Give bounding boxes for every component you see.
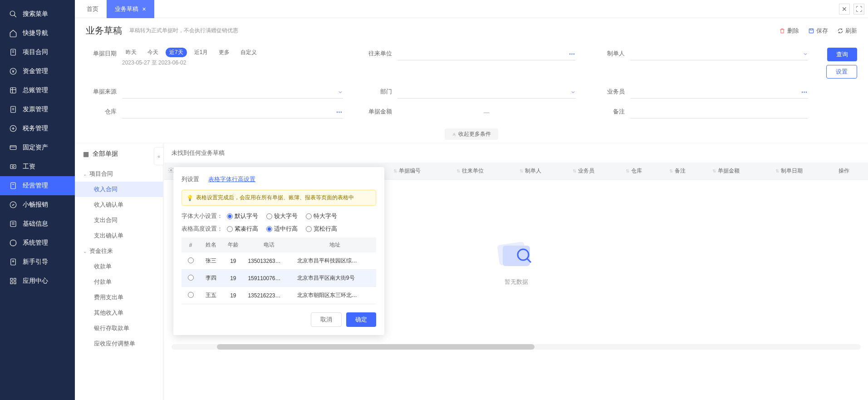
tree-leaf[interactable]: 支出确认单 <box>75 228 163 243</box>
sidebar-item-2[interactable]: ¥资金管理 <box>0 62 75 81</box>
settings-button[interactable]: 设置 <box>826 65 857 79</box>
column-header[interactable]: ⇅单据编号 <box>390 163 453 180</box>
horizontal-scrollbar[interactable] <box>172 344 861 350</box>
tree-group-0[interactable]: ⌄项目合同 <box>75 166 163 182</box>
column-header[interactable]: ⇅业务员 <box>569 163 622 180</box>
sample-row-radio[interactable] <box>188 257 194 263</box>
tab-0[interactable]: 首页 <box>78 0 107 18</box>
collapse-left-panel[interactable]: « <box>154 147 164 165</box>
sidebar-item-12[interactable]: 新手引导 <box>0 252 75 272</box>
ledger-icon <box>9 86 17 94</box>
column-header[interactable]: ⇅制单日期 <box>772 163 835 180</box>
date-option[interactable]: 昨天 <box>122 48 140 57</box>
sample-row: 张三1913501326​3…北京市昌平科技园区综… <box>181 252 376 270</box>
svg-point-0 <box>10 11 15 16</box>
sample-header: 年龄 <box>222 237 244 252</box>
tree-leaf[interactable]: 支出合同 <box>75 212 163 228</box>
tree-leaf[interactable]: 其他收入单 <box>75 305 163 321</box>
sidebar-item-1[interactable]: 项目合同 <box>0 43 75 62</box>
sidebar-item-label: 发票管理 <box>23 105 48 114</box>
column-header[interactable]: ⇅备注 <box>666 163 709 180</box>
date-option[interactable]: 更多 <box>215 48 233 57</box>
column-header[interactable]: ⇅仓库 <box>622 163 665 180</box>
sidebar-item-6[interactable]: 固定资产 <box>0 138 75 157</box>
page-subtitle: 草稿转为正式单据时，不会执行满赠促销优惠 <box>129 27 238 35</box>
sort-icon: ⇅ <box>573 168 576 173</box>
font-radio[interactable]: 默认字号 <box>227 212 258 220</box>
chevron-up-icon <box>452 132 456 137</box>
source-select[interactable] <box>122 86 343 99</box>
result-message: 未找到任何业务草稿 <box>164 143 868 163</box>
more-icon: ⋯ <box>801 89 808 95</box>
sidebar-item-label: 小畅报销 <box>23 201 48 209</box>
sidebar-item-7[interactable]: 工资 <box>0 157 75 176</box>
svg-rect-29 <box>10 282 13 284</box>
tree-leaf[interactable]: 应收应付调整单 <box>75 336 163 351</box>
sidebar-item-13[interactable]: 应用中心 <box>0 272 75 291</box>
warehouse-select[interactable]: ⋯ <box>122 106 343 119</box>
close-icon[interactable]: ✕ <box>142 6 146 12</box>
table-settings-popup: 列设置 表格字体行高设置 💡 表格设置完成后，会应用在所有单据、账簿、报表等页面… <box>173 167 384 335</box>
tree-leaf[interactable]: 付款单 <box>75 274 163 290</box>
source-label: 单据来源 <box>86 86 122 96</box>
salary-icon <box>9 163 17 171</box>
maker-label: 制单人 <box>594 48 630 58</box>
sidebar-item-5[interactable]: 税务管理 <box>0 119 75 138</box>
rowheight-radio[interactable]: 紧凑行高 <box>227 225 258 233</box>
partner-select[interactable]: ⋯ <box>397 48 576 60</box>
font-radio[interactable]: 较大字号 <box>266 212 298 220</box>
chevron-down-icon <box>338 89 343 95</box>
clerk-select[interactable]: ⋯ <box>630 86 809 99</box>
column-header[interactable]: 操作 <box>835 163 868 180</box>
sidebar-item-8[interactable]: 经营管理 <box>0 176 75 195</box>
date-option[interactable]: 自定义 <box>237 48 260 57</box>
sort-icon: ⇅ <box>456 168 460 173</box>
column-header[interactable]: ⇅单据金额 <box>709 163 772 180</box>
sidebar-item-0[interactable]: 快捷导航 <box>0 24 75 43</box>
popup-tab-columns[interactable]: 列设置 <box>181 175 199 183</box>
dept-select[interactable] <box>397 86 576 99</box>
sample-row-radio[interactable] <box>188 275 194 281</box>
asset-icon <box>9 143 17 152</box>
cancel-button[interactable]: 取消 <box>311 312 342 327</box>
search-menu[interactable]: 搜索菜单 <box>0 5 75 24</box>
sample-row-radio[interactable] <box>188 292 194 298</box>
sidebar-item-4[interactable]: 发票管理 <box>0 100 75 119</box>
date-option[interactable]: 近1月 <box>191 48 212 57</box>
date-option[interactable]: 近7天 <box>166 48 187 57</box>
tree-leaf[interactable]: 收入合同 <box>75 182 163 197</box>
query-button[interactable]: 查询 <box>827 48 857 61</box>
dept-label: 部门 <box>361 86 397 96</box>
tree-leaf[interactable]: 银行存取款单 <box>75 321 163 336</box>
sidebar-item-9[interactable]: 小畅报销 <box>0 195 75 214</box>
refresh-action[interactable]: 刷新 <box>837 27 857 35</box>
rowheight-radio[interactable]: 宽松行高 <box>306 225 337 233</box>
amount-input[interactable]: — <box>397 106 576 119</box>
remark-input[interactable] <box>630 106 809 119</box>
date-option[interactable]: 今天 <box>144 48 162 57</box>
tree-leaf[interactable]: 收款单 <box>75 259 163 274</box>
sidebar-item-11[interactable]: 系统管理 <box>0 233 75 252</box>
rowheight-radio[interactable]: 适中行高 <box>266 225 298 233</box>
collapse-filters[interactable]: 收起更多条件 <box>445 128 498 140</box>
tree-leaf[interactable]: 费用支出单 <box>75 290 163 305</box>
tab-1[interactable]: 业务草稿✕ <box>107 0 154 18</box>
sidebar-item-10[interactable]: 基础信息 <box>0 214 75 233</box>
maker-select[interactable] <box>630 48 809 60</box>
font-radio[interactable]: 特大字号 <box>306 212 337 220</box>
bulb-icon: 💡 <box>186 195 193 201</box>
delete-action[interactable]: 删除 <box>779 27 799 35</box>
save-action[interactable]: 保存 <box>808 27 828 35</box>
tree-leaf[interactable]: 收入确认单 <box>75 197 163 212</box>
tree-group-1[interactable]: ⌄资金往来 <box>75 243 163 259</box>
close-all-tabs[interactable]: ✕ <box>839 4 850 15</box>
confirm-button[interactable]: 确定 <box>346 312 376 327</box>
sidebar-item-3[interactable]: 总账管理 <box>0 81 75 100</box>
svg-rect-21 <box>10 221 16 227</box>
row-height-label: 表格高度设置： <box>181 225 227 233</box>
sample-row: 李四1915911007​6…北京市昌平区南大街9号 <box>181 270 376 287</box>
fullscreen-toggle[interactable]: ⛶ <box>853 4 864 15</box>
popup-tab-font[interactable]: 表格字体行高设置 <box>208 175 255 183</box>
column-header[interactable]: ⇅往来单位 <box>453 163 516 180</box>
column-header[interactable]: ⇅制单人 <box>516 163 569 180</box>
